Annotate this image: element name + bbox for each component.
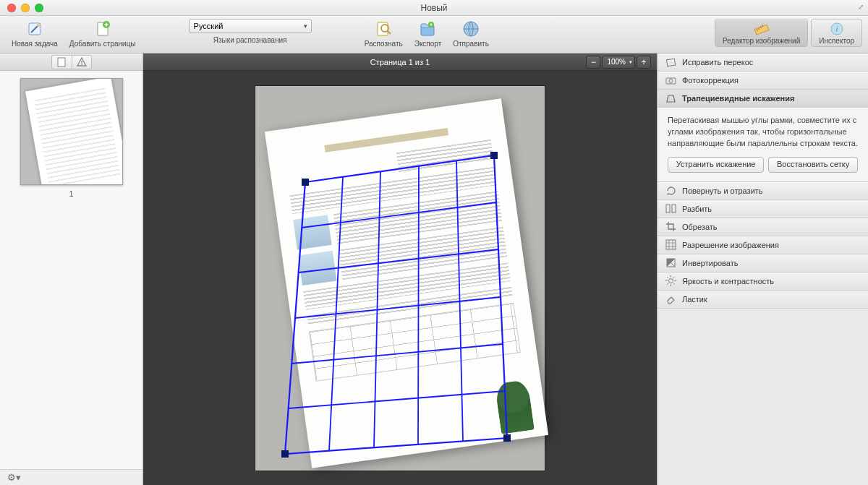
svg-rect-11 xyxy=(58,58,65,66)
thumbnail-list: 1 xyxy=(0,71,142,469)
add-pages-button[interactable]: Добавить страницы xyxy=(64,19,142,48)
zoom-out-button[interactable]: − xyxy=(586,56,600,69)
svg-line-40 xyxy=(667,278,668,279)
zoom-controls: − 100% + xyxy=(586,56,651,69)
invert-icon xyxy=(665,257,676,269)
image-editor-panel: Исправить перекос Фотокоррекция Трапецие… xyxy=(657,53,868,485)
trapezoid-help-text: Перетаскивая мышью углы рамки, совместит… xyxy=(668,115,858,150)
restore-grid-button[interactable]: Восстановить сетку xyxy=(768,157,858,173)
trapezoid-panel: Перетаскивая мышью углы рамки, совместит… xyxy=(658,108,868,182)
svg-rect-31 xyxy=(666,205,670,213)
tool-crop-label: Обрезать xyxy=(682,223,718,231)
svg-rect-32 xyxy=(672,205,676,213)
svg-rect-13 xyxy=(81,64,82,64)
new-task-label: Новая задача xyxy=(12,40,58,48)
export-label: Экспорт xyxy=(414,40,442,48)
resolution-icon xyxy=(665,239,676,251)
tool-trapezoid-label: Трапециевидные искажения xyxy=(682,94,794,103)
recognize-button[interactable]: Распознать xyxy=(359,19,409,48)
tool-crop[interactable]: Обрезать xyxy=(658,218,868,236)
gear-icon[interactable]: ⚙︎▾ xyxy=(7,472,21,483)
language-value: Русский xyxy=(194,22,224,30)
rotate-icon xyxy=(665,185,676,197)
svg-line-42 xyxy=(667,283,668,285)
svg-point-35 xyxy=(668,279,673,283)
tool-split-label: Разбить xyxy=(682,205,712,213)
crop-icon xyxy=(665,221,676,233)
thumbnail-page-number: 1 xyxy=(20,189,123,198)
image-canvas[interactable] xyxy=(143,71,657,485)
fullscreen-icon[interactable]: ⤢ xyxy=(858,3,864,11)
tool-trapezoid[interactable]: Трапециевидные искажения xyxy=(658,90,868,108)
eraser-icon xyxy=(665,293,676,305)
window-title: Новый xyxy=(0,3,868,13)
zoom-in-button[interactable]: + xyxy=(637,56,651,69)
globe-icon xyxy=(461,19,481,39)
svg-rect-28 xyxy=(666,59,675,66)
inspector-tab[interactable]: i Инспектор xyxy=(811,19,862,47)
svg-point-1 xyxy=(37,24,40,27)
document-photo xyxy=(255,86,545,471)
trapezoid-icon xyxy=(665,93,676,104)
sidebar-view-tabs xyxy=(0,53,142,71)
warning-icon xyxy=(77,57,87,67)
main-toolbar: Новая задача Добавить страницы Русский Я… xyxy=(0,16,868,53)
svg-rect-33 xyxy=(666,240,676,249)
warnings-view-button[interactable] xyxy=(72,55,92,69)
window-titlebar: Новый ⤢ xyxy=(0,0,868,16)
zoom-select[interactable]: 100% xyxy=(602,56,635,69)
deskew-icon xyxy=(665,56,676,68)
tool-eraser[interactable]: Ластик xyxy=(658,291,868,309)
tool-invert[interactable]: Инвертировать xyxy=(658,254,868,272)
svg-rect-27 xyxy=(281,450,289,458)
pages-sidebar: 1 ⚙︎▾ xyxy=(0,53,143,485)
tool-deskew[interactable]: Исправить перекос xyxy=(658,53,868,72)
tool-resolution-label: Разрешение изображения xyxy=(682,241,779,249)
export-button[interactable]: Экспорт xyxy=(409,19,448,48)
ruler-icon xyxy=(753,21,770,37)
tool-rotate-flip[interactable]: Повернуть и отразить xyxy=(658,182,868,200)
image-editor-label: Редактор изображений xyxy=(723,37,800,45)
new-task-button[interactable]: Новая задача xyxy=(6,19,64,48)
send-button[interactable]: Отправить xyxy=(447,19,495,48)
main-area: Страница 1 из 1 − 100% + xyxy=(143,53,657,485)
wand-icon xyxy=(25,19,45,39)
camera-icon xyxy=(665,74,676,86)
tool-split[interactable]: Разбить xyxy=(658,200,868,218)
svg-rect-12 xyxy=(81,61,82,64)
tool-invert-label: Инвертировать xyxy=(682,259,738,267)
tool-rotate-flip-label: Повернуть и отразить xyxy=(682,186,763,195)
brightness-icon xyxy=(665,275,676,287)
language-select[interactable]: Русский xyxy=(189,19,312,33)
tool-photo-correction[interactable]: Фотокоррекция xyxy=(658,72,868,90)
sidebar-footer: ⚙︎▾ xyxy=(0,469,142,485)
svg-point-30 xyxy=(669,79,673,82)
magnifier-icon xyxy=(373,19,393,39)
thumbnails-view-button[interactable] xyxy=(51,55,72,69)
thumbnail-image xyxy=(20,78,123,185)
folder-icon xyxy=(417,19,438,39)
tool-brightness-label: Яркость и контрастность xyxy=(682,277,774,286)
canvas-header: Страница 1 из 1 − 100% + xyxy=(143,53,657,71)
tool-resolution[interactable]: Разрешение изображения xyxy=(658,236,868,254)
add-pages-label: Добавить страницы xyxy=(69,40,136,48)
tool-brightness[interactable]: Яркость и контрастность xyxy=(658,272,868,291)
recognize-label: Распознать xyxy=(365,40,403,48)
split-icon xyxy=(665,203,676,215)
page-indicator: Страница 1 из 1 xyxy=(370,58,430,66)
send-label: Отправить xyxy=(453,40,489,48)
svg-line-41 xyxy=(673,283,675,285)
svg-line-43 xyxy=(673,278,675,279)
page-thumbnail[interactable]: 1 xyxy=(20,78,123,198)
fix-distortion-button[interactable]: Устранить искажение xyxy=(668,157,764,173)
info-icon: i xyxy=(828,21,846,37)
tool-photo-correction-label: Фотокоррекция xyxy=(682,76,739,85)
inspector-label: Инспектор xyxy=(819,37,854,45)
tool-deskew-label: Исправить перекос xyxy=(682,58,753,66)
add-page-icon xyxy=(93,19,113,39)
tool-eraser-label: Ластик xyxy=(682,295,707,304)
image-editor-tab[interactable]: Редактор изображений xyxy=(715,19,808,47)
page-icon xyxy=(56,57,67,67)
language-label: Языки распознавания xyxy=(213,36,287,44)
